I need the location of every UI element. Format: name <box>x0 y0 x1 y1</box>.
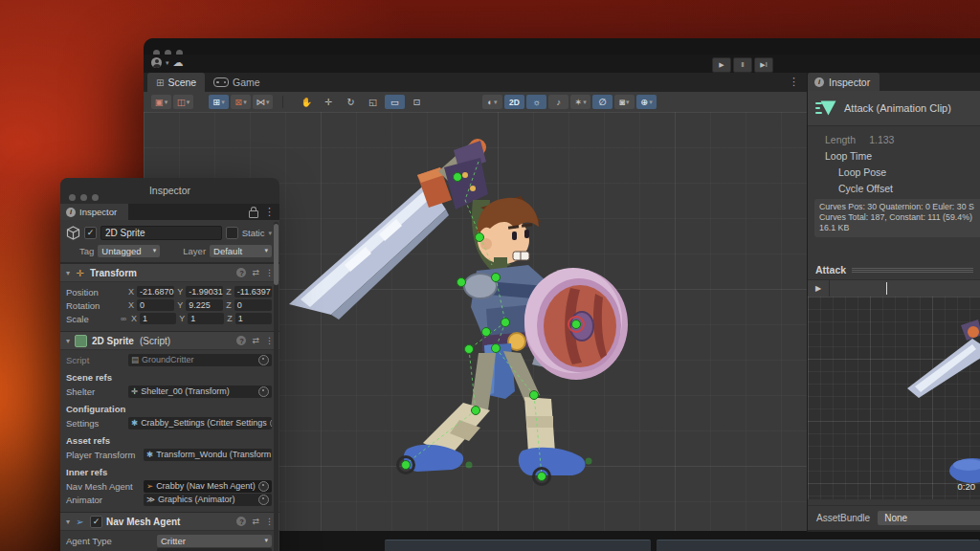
inspector-scrollbar-thumb[interactable] <box>274 224 278 285</box>
bottom-panel-tab[interactable] <box>385 540 651 551</box>
script-header[interactable]: ▾ 2D Sprite (Script) ? ⇄ ⋮ <box>60 332 279 350</box>
active-checkbox[interactable]: ✓ <box>84 227 97 239</box>
position-z-field[interactable]: -11.6397 <box>234 286 272 298</box>
scale-x-field[interactable]: 1 <box>140 313 176 324</box>
tab-scene[interactable]: ⊞ Scene <box>147 73 205 92</box>
navmesh-object-field[interactable]: ➢ Crabby (Nav Mesh Agent) <box>144 480 272 493</box>
preview-header[interactable]: Attack <box>815 264 973 276</box>
rotate-tool-button[interactable]: ↻ <box>341 95 361 109</box>
settings-object-field[interactable]: ✱ Crabby_Settings (Critter Settings <box>128 417 272 430</box>
scene-menu-kebab-icon[interactable]: ⋮ <box>789 76 799 88</box>
object-picker-icon[interactable] <box>258 495 269 505</box>
animation-preview-viewport[interactable]: 0:20 <box>808 297 980 499</box>
object-picker-icon[interactable] <box>270 418 272 429</box>
tab-inspector[interactable]: i Inspector <box>60 204 128 220</box>
object-picker-icon[interactable] <box>258 481 269 492</box>
transform-header[interactable]: ▾ ✛ Transform ? ⇄ ⋮ <box>60 264 279 282</box>
help-icon[interactable]: ? <box>236 517 246 526</box>
main-titlebar[interactable] <box>144 38 980 55</box>
inspector-body: ✓ 2D Sprite ✓ Static ▾ Tag Untagged▾ Lay… <box>60 220 279 551</box>
effects-dropdown-button[interactable]: ✶▾ <box>570 95 590 109</box>
tab-game[interactable]: Game <box>205 73 269 92</box>
presets-icon[interactable]: ⇄ <box>252 336 259 345</box>
presets-icon[interactable]: ⇄ <box>252 517 259 526</box>
2d-toggle-button[interactable]: 2D <box>504 95 524 109</box>
floating-titlebar[interactable]: Inspector <box>60 178 279 205</box>
preview-drag-grip[interactable] <box>852 270 973 271</box>
tab-inspector[interactable]: i Inspector <box>808 73 880 91</box>
camera-dropdown-button[interactable]: ◙▾ <box>614 95 635 109</box>
help-icon[interactable]: ? <box>236 336 246 345</box>
kebab-icon[interactable]: ⋮ <box>265 517 274 526</box>
foldout-icon[interactable]: ▾ <box>66 337 70 345</box>
snap-align-button[interactable]: ⋈▾ <box>253 95 273 109</box>
audio-toggle-button[interactable]: ♪ <box>548 95 568 109</box>
presets-icon[interactable]: ⇄ <box>252 268 259 277</box>
sprite-mode-button[interactable]: ◫▾ <box>173 95 193 109</box>
draw-mode-button[interactable]: ▣▾ <box>151 95 171 109</box>
shelter-object-field[interactable]: ✛ Shelter_00 (Transform) <box>128 386 272 398</box>
help-icon[interactable]: ? <box>236 268 246 277</box>
transform-icon: ✛ <box>74 268 86 278</box>
scale-tool-button[interactable]: ◱ <box>363 95 383 109</box>
navmesh-header[interactable]: ▾ ➢ ✓ Nav Mesh Agent ? ⇄ ⋮ <box>60 513 279 531</box>
play-button[interactable]: ▶ <box>712 57 731 73</box>
lock-icon[interactable] <box>249 210 258 218</box>
preview-play-button[interactable]: ▶ <box>808 280 830 297</box>
link-scale-icon[interactable]: ∞ <box>119 314 128 323</box>
object-picker-icon[interactable] <box>258 355 269 365</box>
hand-tool-button[interactable]: ✋ <box>297 95 317 109</box>
scale-y-field[interactable]: 1 <box>188 313 224 324</box>
hidden-objects-toggle-button[interactable]: ∅ <box>592 95 612 109</box>
object-picker-icon[interactable] <box>258 386 269 397</box>
foldout-icon[interactable]: ▾ <box>66 518 70 526</box>
tag-dropdown[interactable]: Untagged▾ <box>98 245 160 257</box>
transform-ref-icon: ✛ <box>131 386 138 396</box>
shading-dropdown-button[interactable]: ◐▾ <box>482 95 502 109</box>
lighting-toggle-button[interactable]: ☼ <box>526 95 546 109</box>
foldout-icon[interactable]: ▾ <box>66 269 70 277</box>
step-button[interactable]: ▶Ⅰ <box>754 57 773 73</box>
loop-pose-row[interactable]: Loop Pose <box>838 166 886 178</box>
gizmos-dropdown-button[interactable]: ⊕▾ <box>636 95 657 109</box>
transform-tool-button[interactable]: ⊡ <box>407 95 427 109</box>
inspector-kebab-icon[interactable]: ⋮ <box>264 206 275 218</box>
animation-clip-icon <box>815 99 836 117</box>
agent-type-dropdown[interactable]: Critter▾ <box>157 535 272 547</box>
animator-object-field[interactable]: ≫ Graphics (Animator) <box>144 494 272 506</box>
rotation-x-field[interactable]: 0 <box>137 299 174 311</box>
rotation-z-field[interactable]: 0 <box>234 299 272 311</box>
preview-scrubber-handle[interactable] <box>886 282 887 295</box>
bottom-panel-tab[interactable] <box>657 540 980 551</box>
grid-visibility-button[interactable]: ⊞▾ <box>209 95 229 109</box>
static-caret-icon[interactable]: ▾ <box>268 230 272 237</box>
account-avatar-icon[interactable] <box>151 57 162 68</box>
gameobject-cube-icon[interactable] <box>66 226 80 240</box>
kebab-icon[interactable]: ⋮ <box>265 336 274 345</box>
layer-dropdown[interactable]: Default▾ <box>210 245 272 257</box>
cycle-offset-row[interactable]: Cycle Offset <box>838 183 893 194</box>
account-caret-icon[interactable]: ▾ <box>166 59 169 67</box>
enabled-checkbox[interactable]: ✓ <box>90 516 102 528</box>
move-tool-button[interactable]: ✛ <box>319 95 339 109</box>
base-offset-row: Base Offset -0.03 <box>66 547 272 551</box>
snap-increment-button[interactable]: ⊠▾ <box>231 95 251 109</box>
position-x-field[interactable]: -21.6870 <box>137 286 174 298</box>
pause-button[interactable]: Ⅱ <box>733 57 752 73</box>
rotation-y-field[interactable]: 9.225 <box>186 299 223 311</box>
loop-time-row[interactable]: Loop Time <box>825 150 872 162</box>
gameobject-name-field[interactable]: 2D Sprite <box>100 226 222 240</box>
gameobject-header: ✓ 2D Sprite ✓ Static ▾ Tag Untagged▾ Lay… <box>60 220 279 263</box>
cloud-services-icon[interactable]: ☁ <box>173 57 184 68</box>
assetbundle-dropdown[interactable]: None <box>878 511 980 525</box>
kebab-icon[interactable]: ⋮ <box>265 268 274 277</box>
player-transform-object-field[interactable]: ✱ Transform_Wondu (Transform Ar <box>144 449 272 461</box>
script-object-field[interactable]: ▤ GroundCritter <box>128 354 272 366</box>
position-y-field[interactable]: -1.99031 <box>186 286 223 298</box>
scale-z-field[interactable]: 1 <box>235 313 272 324</box>
rect-tool-button[interactable]: ▭ <box>385 95 405 109</box>
animation-clip-header: Attack (Animation Clip) <box>808 91 980 126</box>
static-checkbox[interactable]: ✓ <box>226 227 238 239</box>
script-row: Script ▤ GroundCritter <box>66 353 272 366</box>
script-page-icon: ▤ <box>131 355 139 364</box>
